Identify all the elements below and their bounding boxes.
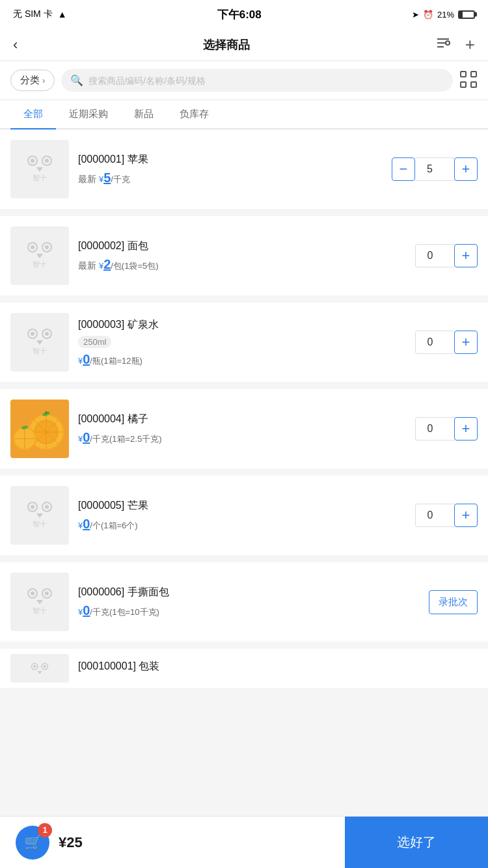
product-price: ¥0/瓶(1箱=12瓶)	[78, 352, 406, 367]
cart-badge: 1	[38, 823, 52, 837]
product-item: [0000004] 橘子 ¥0/千克(1箱=2.5千克) +	[0, 389, 488, 468]
status-bar: 无 SIM 卡 ▲ 下午6:08 ➤ ⏰ 21%	[0, 0, 488, 29]
quantity-control: +	[415, 244, 478, 267]
product-price: ¥0/个(1箱=6个)	[78, 517, 406, 532]
quantity-input[interactable]	[415, 244, 454, 267]
product-thumbnail: 智十	[10, 313, 69, 372]
tab-all[interactable]: 全部	[10, 100, 56, 129]
tab-recent[interactable]: 近期采购	[56, 100, 121, 129]
product-thumbnail: 智十	[10, 226, 69, 285]
tab-row: 全部 近期采购 新品 负库存	[0, 100, 488, 129]
quantity-control: +	[415, 417, 478, 441]
cart-icon-button[interactable]: 🛒 1	[16, 826, 49, 860]
status-left: 无 SIM 卡 ▲	[13, 8, 67, 20]
record-batch-button[interactable]: 录批次	[429, 590, 478, 614]
search-icon: 🔍	[70, 74, 83, 87]
status-time: 下午6:08	[217, 7, 262, 22]
cart-total: ¥25	[59, 834, 83, 851]
product-price: 最新 ¥2/包(1袋=5包)	[78, 257, 406, 272]
quantity-control: +	[415, 504, 478, 527]
product-price: 最新 ¥5/千克	[78, 170, 383, 185]
increase-button[interactable]: +	[454, 504, 478, 527]
product-name: [0000004] 橘子	[78, 413, 406, 426]
product-info: [0000005] 芒果 ¥0/个(1箱=6个)	[78, 499, 406, 532]
battery-icon	[458, 10, 475, 19]
filter-row: 分类 › 🔍	[0, 61, 488, 100]
svg-rect-5	[471, 72, 476, 77]
cart-icon: 🛒	[24, 834, 42, 851]
scan-icon[interactable]	[459, 70, 478, 91]
product-info: [0000006] 手撕面包 ¥0/千克(1包=10千克)	[78, 586, 420, 618]
quantity-control: − +	[392, 157, 478, 181]
product-info: [0000004] 橘子 ¥0/千克(1箱=2.5千克)	[78, 413, 406, 445]
product-item: 智十 [0000006] 手撕面包 ¥0/千克(1包=10千克) 录批次	[0, 562, 488, 642]
product-item: 智十 [0000001] 苹果 最新 ¥5/千克 − +	[0, 129, 488, 209]
product-name: [0000002] 面包	[78, 239, 406, 253]
product-thumbnail	[10, 654, 69, 683]
product-name: [0000001] 苹果	[78, 153, 383, 167]
svg-point-3	[446, 41, 450, 45]
tab-negative[interactable]: 负库存	[167, 100, 222, 129]
product-info: [0000003] 矿泉水 250ml ¥0/瓶(1箱=12瓶)	[78, 318, 406, 367]
product-info: [0000001] 苹果 最新 ¥5/千克	[78, 153, 383, 185]
category-label: 分类	[20, 74, 40, 87]
product-thumbnail	[10, 400, 69, 458]
product-name: [000100001] 包装	[78, 660, 478, 673]
product-thumbnail: 智十	[10, 140, 69, 198]
product-thumbnail: 智十	[10, 486, 69, 545]
product-item: 智十 [0000002] 面包 最新 ¥2/包(1袋=5包) +	[0, 216, 488, 295]
nav-actions: +	[435, 34, 475, 55]
filter-icon[interactable]	[435, 35, 451, 54]
product-price: ¥0/千克(1箱=2.5千克)	[78, 430, 406, 445]
product-name: [0000006] 手撕面包	[78, 586, 420, 599]
product-spec: 250ml	[78, 336, 111, 348]
product-name: [0000005] 芒果	[78, 499, 406, 513]
status-right: ➤ ⏰ 21%	[412, 10, 475, 20]
cart-area: 🛒 1 ¥25	[0, 826, 345, 860]
product-thumbnail: 智十	[10, 573, 69, 631]
product-list: 智十 [0000001] 苹果 最新 ¥5/千克 − + 智	[0, 129, 488, 688]
product-item: 智十 [0000003] 矿泉水 250ml ¥0/瓶(1箱=12瓶) +	[0, 303, 488, 382]
location-icon: ➤	[412, 10, 419, 20]
product-info: [0000002] 面包 最新 ¥2/包(1袋=5包)	[78, 239, 406, 272]
product-item: 智十 [0000005] 芒果 ¥0/个(1箱=6个) +	[0, 476, 488, 555]
wifi-icon: ▲	[58, 9, 67, 20]
svg-rect-7	[471, 82, 476, 87]
tab-new[interactable]: 新品	[121, 100, 167, 129]
product-price: ¥0/千克(1包=10千克)	[78, 603, 420, 618]
quantity-input[interactable]	[415, 157, 454, 181]
confirm-button[interactable]: 选好了	[345, 817, 488, 869]
increase-button[interactable]: +	[454, 417, 478, 441]
quantity-control: 录批次	[429, 590, 478, 614]
product-name: [0000003] 矿泉水	[78, 318, 406, 332]
page-title: 选择商品	[203, 37, 250, 53]
quantity-control: +	[415, 331, 478, 354]
chevron-right-icon: ›	[42, 75, 45, 85]
carrier-text: 无 SIM 卡	[13, 8, 53, 20]
search-input[interactable]	[88, 75, 444, 86]
nav-bar: ‹ 选择商品 +	[0, 29, 488, 61]
decrease-button[interactable]: −	[392, 157, 415, 181]
svg-rect-6	[461, 82, 466, 87]
search-box: 🔍	[61, 69, 453, 92]
add-icon[interactable]: +	[465, 34, 475, 55]
bottom-bar: 🛒 1 ¥25 选好了	[0, 816, 488, 868]
increase-button[interactable]: +	[454, 331, 478, 354]
product-info: [000100001] 包装	[78, 660, 478, 677]
alarm-icon: ⏰	[423, 10, 433, 20]
battery-text: 21%	[437, 10, 454, 20]
quantity-input[interactable]	[415, 331, 454, 354]
quantity-input[interactable]	[415, 504, 454, 527]
increase-button[interactable]: +	[454, 157, 478, 181]
quantity-input[interactable]	[415, 417, 454, 441]
product-item-partial: [000100001] 包装	[0, 649, 488, 688]
category-button[interactable]: 分类 ›	[10, 70, 55, 91]
svg-rect-4	[461, 72, 466, 77]
increase-button[interactable]: +	[454, 244, 478, 267]
back-button[interactable]: ‹	[13, 36, 18, 53]
